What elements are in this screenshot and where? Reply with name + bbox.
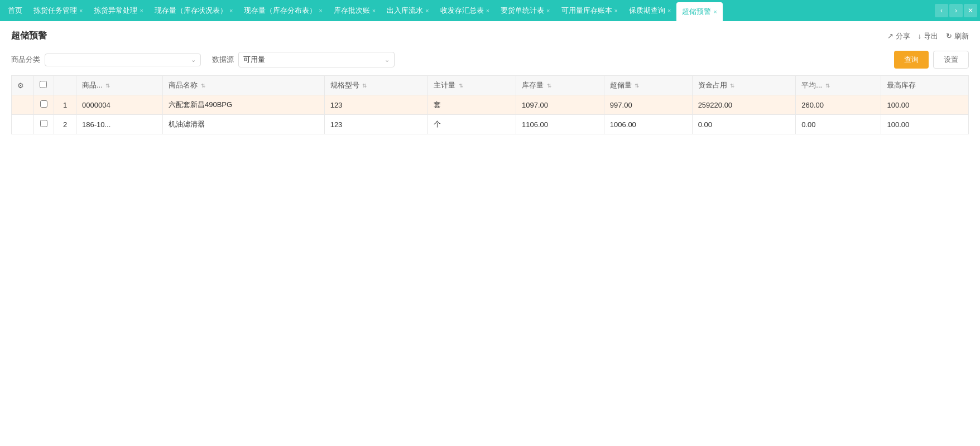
sort-icon3: ⇅	[362, 83, 367, 89]
td-capital: 259220.00	[692, 95, 796, 115]
th-spec[interactable]: 规格型号 ⇅	[324, 76, 428, 95]
header-actions: ↗ 分享 ↓ 导出 ↻ 刷新	[887, 31, 969, 41]
sort-icon2: ⇅	[201, 83, 205, 89]
nav-close-icon-3[interactable]: ×	[229, 7, 233, 14]
share-button[interactable]: ↗ 分享	[887, 31, 910, 41]
nav-close-button[interactable]: ✕	[964, 4, 977, 17]
export-icon: ↓	[918, 32, 922, 40]
data-source-label: 数据源	[212, 55, 234, 65]
td-avg: 260.00	[796, 95, 881, 115]
td-over-stock: 997.00	[604, 95, 692, 115]
nav-close-icon-11[interactable]: ×	[713, 8, 717, 15]
table-row: 2186-10...机油滤清器123个1106.001006.000.000.0…	[12, 115, 969, 134]
sort-icon4: ⇅	[459, 83, 463, 89]
data-source-value: 可用量	[243, 55, 265, 65]
nav-item-0[interactable]: 首页	[2, 0, 28, 21]
nav-item-8[interactable]: 要货单统计表×	[495, 0, 555, 21]
td-gear	[12, 115, 34, 134]
nav-close-icon-1[interactable]: ×	[79, 7, 83, 14]
td-product-name: 机油滤清器	[163, 115, 325, 134]
th-stock[interactable]: 库存量 ⇅	[516, 76, 604, 95]
td-row-num: 2	[54, 115, 76, 134]
td-spec: 123	[324, 115, 428, 134]
refresh-icon: ↻	[946, 32, 952, 40]
nav-close-icon-5[interactable]: ×	[372, 7, 376, 14]
nav-close-icon-10[interactable]: ×	[667, 7, 671, 14]
nav-item-3[interactable]: 现存量（库存状况表）×	[149, 0, 238, 21]
nav-prev-button[interactable]: ‹	[935, 4, 948, 17]
nav-item-10[interactable]: 保质期查询×	[623, 0, 676, 21]
td-stock: 1106.00	[516, 115, 604, 134]
td-max-stock: 100.00	[881, 115, 969, 134]
th-select-all[interactable]	[34, 76, 54, 95]
th-max-stock[interactable]: 最高库存	[881, 76, 969, 95]
page-header: 超储预警 ↗ 分享 ↓ 导出 ↻ 刷新	[11, 30, 969, 42]
sort-icon6: ⇅	[635, 83, 639, 89]
td-over-stock: 1006.00	[604, 115, 692, 134]
top-navigation: 首页拣货任务管理×拣货异常处理×现存量（库存状况表）×现存量（库存分布表）×库存…	[0, 0, 980, 21]
td-unit: 个	[428, 115, 516, 134]
nav-item-5[interactable]: 库存批次账×	[328, 0, 381, 21]
product-category-select[interactable]: ⌄	[45, 54, 201, 66]
nav-close-icon-2[interactable]: ×	[140, 7, 143, 14]
nav-item-1[interactable]: 拣货任务管理×	[28, 0, 88, 21]
th-product-code[interactable]: 商品... ⇅	[76, 76, 163, 95]
td-checkbox	[34, 95, 54, 115]
product-category-filter: 商品分类 ⌄	[11, 54, 201, 66]
td-unit: 套	[428, 95, 516, 115]
nav-item-2[interactable]: 拣货异常处理×	[88, 0, 148, 21]
td-spec: 123	[324, 95, 428, 115]
td-avg: 0.00	[796, 115, 881, 134]
gear-icon: ⚙	[17, 81, 24, 90]
th-unit[interactable]: 主计量 ⇅	[428, 76, 516, 95]
nav-close-icon-4[interactable]: ×	[319, 7, 322, 14]
td-max-stock: 100.00	[881, 95, 969, 115]
refresh-button[interactable]: ↻ 刷新	[946, 31, 969, 41]
table-header-row: ⚙ 商品... ⇅ 商品名称 ⇅ 规格型号 ⇅	[12, 76, 969, 95]
page-content: 超储预警 ↗ 分享 ↓ 导出 ↻ 刷新 商品分类 ⌄ 数据源	[0, 21, 980, 446]
td-stock: 1097.00	[516, 95, 604, 115]
nav-next-button[interactable]: ›	[949, 4, 963, 17]
data-source-select[interactable]: 可用量 ⌄	[238, 52, 395, 67]
th-gear[interactable]: ⚙	[12, 76, 34, 95]
th-avg[interactable]: 平均... ⇅	[796, 76, 881, 95]
select-all-checkbox[interactable]	[40, 81, 47, 88]
share-icon: ↗	[887, 32, 893, 40]
page-title: 超储预警	[11, 30, 47, 42]
chevron-down-icon: ⌄	[191, 56, 196, 64]
data-source-filter: 数据源 可用量 ⌄	[212, 52, 395, 67]
nav-close-icon-9[interactable]: ×	[614, 7, 618, 14]
chevron-down-icon2: ⌄	[385, 56, 390, 64]
table-row: 10000004六配套新昌490BPG123套1097.00997.002592…	[12, 95, 969, 115]
row-checkbox[interactable]	[40, 120, 47, 127]
th-product-name[interactable]: 商品名称 ⇅	[163, 76, 325, 95]
th-capital[interactable]: 资金占用 ⇅	[692, 76, 796, 95]
td-row-num: 1	[54, 95, 76, 115]
nav-arrows: ‹ › ✕	[934, 4, 978, 17]
td-capital: 0.00	[692, 115, 796, 134]
sort-icon8: ⇅	[825, 83, 830, 89]
nav-close-icon-8[interactable]: ×	[546, 7, 550, 14]
row-checkbox[interactable]	[40, 100, 47, 108]
data-table: ⚙ 商品... ⇅ 商品名称 ⇅ 规格型号 ⇅	[11, 75, 969, 134]
td-checkbox	[34, 115, 54, 134]
th-over-stock[interactable]: 超储量 ⇅	[604, 76, 692, 95]
th-row-num	[54, 76, 76, 95]
filter-buttons: 查询 设置	[894, 51, 969, 69]
nav-item-7[interactable]: 收发存汇总表×	[435, 0, 495, 21]
nav-close-icon-7[interactable]: ×	[486, 7, 489, 14]
export-button[interactable]: ↓ 导出	[918, 31, 939, 41]
filter-row: 商品分类 ⌄ 数据源 可用量 ⌄ 查询 设置	[11, 51, 969, 69]
sort-icon: ⇅	[105, 83, 110, 89]
sort-icon7: ⇅	[730, 83, 734, 89]
td-product-name: 六配套新昌490BPG	[163, 95, 325, 115]
nav-item-6[interactable]: 出入库流水×	[381, 0, 434, 21]
nav-item-9[interactable]: 可用量库存账本×	[556, 0, 623, 21]
nav-item-11[interactable]: 超储预警×	[676, 2, 722, 21]
query-button[interactable]: 查询	[894, 51, 929, 69]
settings-button[interactable]: 设置	[933, 51, 969, 69]
nav-close-icon-6[interactable]: ×	[425, 7, 429, 14]
nav-item-4[interactable]: 现存量（库存分布表）×	[238, 0, 328, 21]
td-product-code: 186-10...	[76, 115, 163, 134]
td-product-code: 0000004	[76, 95, 163, 115]
